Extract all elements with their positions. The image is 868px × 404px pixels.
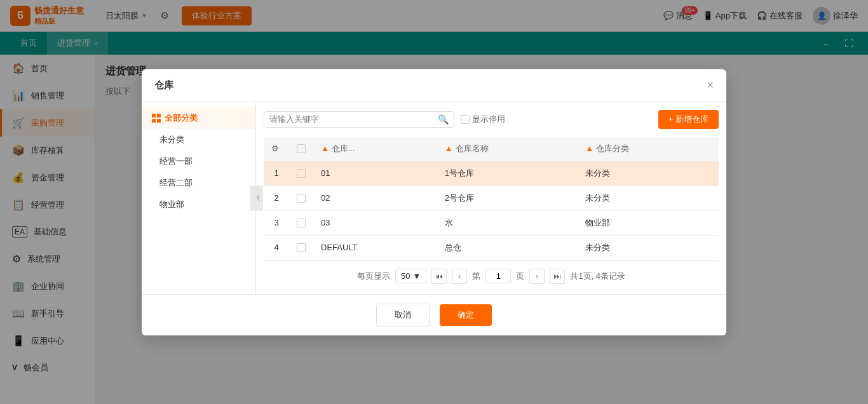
disabled-checkbox[interactable] <box>461 115 470 124</box>
header-checkbox[interactable] <box>297 144 306 153</box>
row-num-2: 2 <box>264 185 289 210</box>
modal-footer: 取消 确定 <box>142 294 726 335</box>
table-row[interactable]: 1 01 1号仓库 未分类 <box>264 161 719 185</box>
row-category-2: 未分类 <box>578 185 719 210</box>
row-checkbox-3[interactable] <box>297 219 306 227</box>
search-input[interactable] <box>269 114 434 124</box>
col-category-label: 仓库分类 <box>596 143 629 154</box>
row-category-1: 未分类 <box>578 161 719 185</box>
modal-title: 仓库 <box>154 79 173 91</box>
page-input[interactable] <box>485 269 511 283</box>
modal-header: 仓库 × <box>142 69 726 102</box>
col-name-label: 仓库名称 <box>456 143 489 154</box>
table-row[interactable]: 3 03 水 物业部 <box>264 210 719 235</box>
row-name-1: 1号仓库 <box>437 161 578 185</box>
page-total-info: 共1页, 4条记录 <box>570 271 625 282</box>
page-first-button[interactable]: ⏮ <box>431 269 447 284</box>
table-row[interactable]: 2 02 2号仓库 未分类 <box>264 185 719 210</box>
category-item-operations2[interactable]: 经营二部 <box>142 172 255 194</box>
page-label: 第 <box>472 271 480 282</box>
table-toolbar: 🔍 显示停用 + 新增仓库 <box>264 110 719 129</box>
row-checkbox-1[interactable] <box>297 169 306 178</box>
row-code-1: 01 <box>313 161 437 185</box>
search-icon: 🔍 <box>438 114 449 125</box>
category-item-unclassified[interactable]: 未分类 <box>142 129 255 151</box>
warehouse-table: ⚙ ▲ 仓库... <box>264 137 719 260</box>
add-warehouse-button[interactable]: + 新增仓库 <box>658 110 719 129</box>
row-check-1[interactable] <box>289 161 313 185</box>
warehouse-modal: 仓库 × 全部分类 未分类 经营一部 经营二部 物业部 《 <box>142 69 726 335</box>
col-name[interactable]: ▲ 仓库名称 <box>437 137 578 161</box>
page-unit: 页 <box>516 271 524 282</box>
per-page-dropdown-icon: ▼ <box>412 271 421 281</box>
table-body: 1 01 1号仓库 未分类 2 <box>264 161 719 260</box>
row-name-3: 水 <box>437 210 578 235</box>
table-panel: 🔍 显示停用 + 新增仓库 ⚙ <box>256 102 726 294</box>
category-item-property[interactable]: 物业部 <box>142 194 255 215</box>
row-check-2[interactable] <box>289 185 313 210</box>
page-next-button[interactable]: › <box>529 269 545 284</box>
col-code[interactable]: ▲ 仓库... <box>313 137 437 161</box>
row-category-4: 未分类 <box>578 235 719 260</box>
row-code-2: 02 <box>313 185 437 210</box>
row-name-4: 总仓 <box>437 235 578 260</box>
table-row[interactable]: 4 DEFAULT 总仓 未分类 <box>264 235 719 260</box>
modal-body: 全部分类 未分类 经营一部 经营二部 物业部 《 🔍 <box>142 102 726 294</box>
col-category[interactable]: ▲ 仓库分类 <box>578 137 719 161</box>
category-panel: 全部分类 未分类 经营一部 经营二部 物业部 《 <box>142 102 256 294</box>
col-code-label: 仓库... <box>332 143 355 154</box>
confirm-button[interactable]: 确定 <box>440 304 492 326</box>
row-num-4: 4 <box>264 235 289 260</box>
category-item-operations1[interactable]: 经营一部 <box>142 151 255 172</box>
sort-icon2: ▲ <box>445 144 453 153</box>
settings-icon: ⚙ <box>271 144 279 153</box>
cancel-button[interactable]: 取消 <box>376 304 430 327</box>
col-checkbox <box>289 137 313 161</box>
sort-icon: ▲ <box>321 144 329 153</box>
category-all-label: 全部分类 <box>165 112 198 124</box>
row-num-1: 1 <box>264 161 289 185</box>
table-header: ⚙ ▲ 仓库... <box>264 137 719 161</box>
row-checkbox-2[interactable] <box>297 194 306 203</box>
row-check-4[interactable] <box>289 235 313 260</box>
per-page-select[interactable]: 50 ▼ <box>395 269 426 283</box>
search-box[interactable]: 🔍 <box>264 111 454 128</box>
row-code-3: 03 <box>313 210 437 235</box>
row-code-4: DEFAULT <box>313 235 437 260</box>
sort-icon3: ▲ <box>585 144 593 153</box>
table-container: ⚙ ▲ 仓库... <box>264 137 719 260</box>
show-disabled-label: 显示停用 <box>472 114 505 125</box>
per-page-value: 50 <box>401 271 410 281</box>
row-category-3: 物业部 <box>578 210 719 235</box>
col-gear[interactable]: ⚙ <box>264 137 289 161</box>
modal-overlay: 仓库 × 全部分类 未分类 经营一部 经营二部 物业部 《 <box>0 0 868 404</box>
row-check-3[interactable] <box>289 210 313 235</box>
row-num-3: 3 <box>264 210 289 235</box>
row-name-2: 2号仓库 <box>437 185 578 210</box>
page-last-button[interactable]: ⏭ <box>550 269 565 284</box>
pagination-bar: 每页显示 50 ▼ ⏮ ‹ 第 页 › ⏭ 共1页, 4条记录 <box>264 260 719 286</box>
category-all-item[interactable]: 全部分类 <box>142 107 255 129</box>
grid-icon <box>152 114 161 123</box>
modal-close-button[interactable]: × <box>707 79 714 91</box>
collapse-panel-button[interactable]: 《 <box>250 185 263 211</box>
show-disabled-checkbox[interactable]: 显示停用 <box>461 114 505 125</box>
per-page-label: 每页显示 <box>357 271 390 282</box>
row-checkbox-4[interactable] <box>297 243 306 252</box>
page-prev-button[interactable]: ‹ <box>452 269 467 284</box>
